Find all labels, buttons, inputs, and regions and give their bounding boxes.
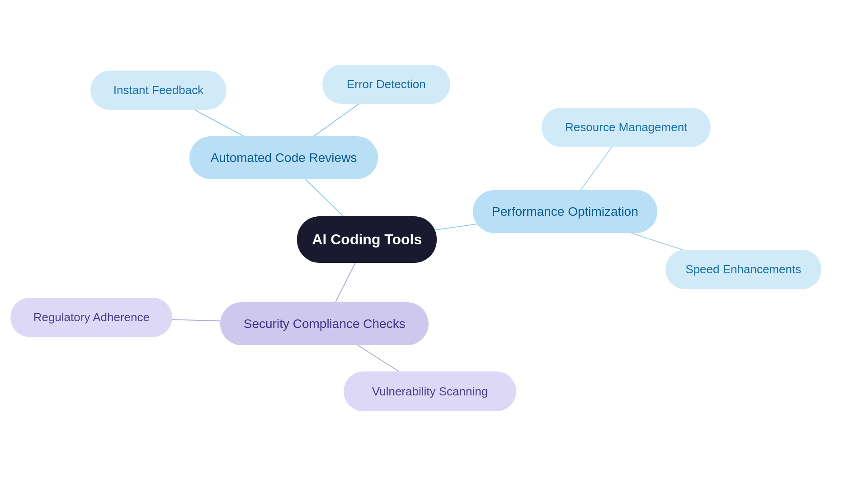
- security-compliance-checks-label: Security Compliance Checks: [244, 317, 406, 331]
- performance-optimization-node: Performance Optimization: [473, 190, 657, 233]
- vulnerability-scanning-node: Vulnerability Scanning: [344, 371, 516, 411]
- security-compliance-checks-node: Security Compliance Checks: [220, 302, 429, 345]
- speed-enhancements-node: Speed Enhancements: [665, 250, 821, 289]
- resource-management-label: Resource Management: [565, 120, 687, 134]
- instant-feedback-label: Instant Feedback: [113, 83, 203, 97]
- center-label: AI Coding Tools: [312, 231, 422, 248]
- regulatory-adherence-node: Regulatory Adherence: [10, 298, 172, 337]
- automated-code-reviews-label: Automated Code Reviews: [211, 151, 357, 165]
- center-node: AI Coding Tools: [297, 216, 437, 263]
- performance-optimization-label: Performance Optimization: [492, 205, 638, 219]
- vulnerability-scanning-label: Vulnerability Scanning: [372, 385, 488, 399]
- automated-code-reviews-node: Automated Code Reviews: [189, 136, 378, 179]
- speed-enhancements-label: Speed Enhancements: [685, 262, 801, 276]
- resource-management-node: Resource Management: [542, 108, 711, 147]
- error-detection-node: Error Detection: [322, 65, 450, 104]
- error-detection-label: Error Detection: [347, 77, 426, 91]
- regulatory-adherence-label: Regulatory Adherence: [33, 310, 150, 324]
- instant-feedback-node: Instant Feedback: [90, 71, 227, 110]
